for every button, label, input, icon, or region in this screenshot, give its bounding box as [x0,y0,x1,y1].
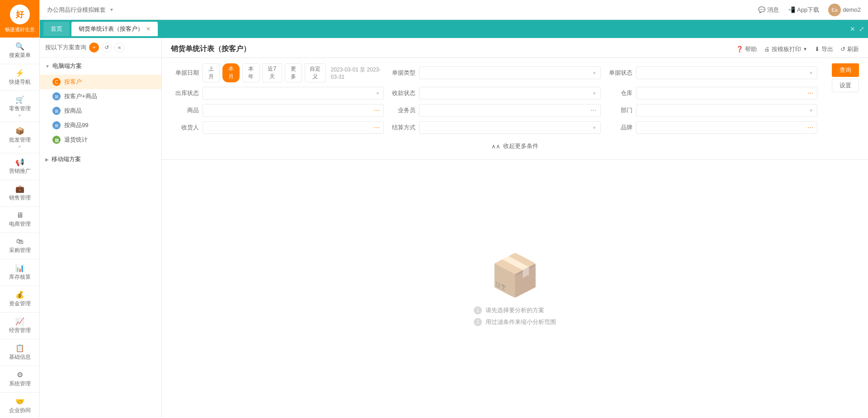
topbar: 办公用品行业模拟账套 ▼ 💬 消息 📲 App下载 Ea demo2 [40,0,868,20]
brand-ellipsis-icon[interactable]: ··· [807,124,813,132]
tab-close-icon[interactable]: ✕ [146,26,151,32]
sidebar-item-enterprise[interactable]: 🤝 企业协同 [0,393,39,418]
sidebar-item-shortcut[interactable]: ⚡ 快捷导航 [0,64,39,91]
btn-last-7-days[interactable]: 近7天 [262,63,282,82]
search-icon: 🔍 [15,42,24,51]
tabbar: 首页 销货单统计表（按客户） ✕ ✕ ⤢ [40,20,868,38]
system-icon: ⚙ [17,370,23,379]
export-label: 导出 [821,45,833,53]
salesperson-select[interactable]: ··· [419,104,600,117]
receipt-status-select[interactable]: ▼ [419,87,600,100]
sidebar-item-wholesale[interactable]: 📦 批发管理 ▲ [0,122,39,153]
sidebar-item-purchase[interactable]: 🛍 采购管理 [0,233,39,259]
avatar: Ea [828,4,841,16]
wholesale-icon: 📦 [15,127,24,135]
filter-receiver: 收货人 ··· [171,121,387,134]
sidebar-item-retail[interactable]: 🛒 零售管理 ▲ [0,91,39,122]
app-download-label: App下载 [797,6,819,14]
filter-section: 单据日期 上月 本月 本年 近7天 更多 自定义 2023-03-01 至 20… [171,63,859,138]
message-btn[interactable]: 💬 消息 [758,6,779,14]
help-btn[interactable]: ❓ 帮助 [736,45,757,53]
settings-button[interactable]: 设置 [832,79,859,92]
sidebar-item-label: 营销推广 [9,167,31,175]
page-title: 销货单统计表（按客户） [171,44,250,54]
refresh-btn[interactable]: ↺ 刷新 [840,45,859,53]
sidebar-item-label: 批发管理 [9,136,31,144]
schema-item-return-stat[interactable]: ▦ 退货统计 [40,133,161,147]
message-label: 消息 [767,6,779,14]
empty-tips: 1 请先选择要分析的方案 2 用过滤条件来缩小分析范围 [474,306,556,326]
sidebar-item-label: 库存核算 [9,273,31,281]
sidebar-item-search[interactable]: 🔍 搜索菜单 [0,38,39,64]
sales-icon: 💼 [15,185,24,193]
window-maximize-icon[interactable]: ⤢ [859,25,864,33]
warehouse-select[interactable]: ··· [636,87,817,100]
collapse-panel-btn[interactable]: « [114,43,124,52]
receiver-ellipsis-icon[interactable]: ··· [374,124,380,132]
department-select[interactable]: ▼ [636,104,817,117]
out-status-select[interactable]: ▼ [203,87,384,100]
btn-last-month[interactable]: 上月 [203,63,220,82]
topbar-right: 💬 消息 📲 App下载 Ea demo2 [758,4,861,16]
sidebar-item-operations[interactable]: 📈 经营管理 [0,313,39,339]
filter-goods: 商品 ··· [171,104,387,117]
salesperson-ellipsis-icon[interactable]: ··· [590,106,596,114]
btn-more[interactable]: 更多 [285,63,302,82]
export-btn[interactable]: ⬇ 导出 [815,45,833,53]
schema-item-label: 按商品99 [64,121,88,129]
sidebar-item-marketing[interactable]: 📢 营销推广 [0,153,39,180]
tab-home[interactable]: 首页 [43,22,70,36]
filter-department: 部门 ▼ [604,104,821,117]
btn-custom[interactable]: 自定义 [305,63,326,82]
action-buttons: 查询 设置 [826,63,859,92]
sidebar-item-basic[interactable]: 📋 基础信息 [0,339,39,366]
receiver-select[interactable]: ··· [203,121,384,134]
doc-type-select[interactable]: ▼ [419,66,600,79]
brand-select[interactable]: ··· [636,121,817,134]
sidebar-item-ecommerce[interactable]: 🖥 电商管理 [0,207,39,233]
collapse-more-btn[interactable]: ∧∧ 收起更多条件 [171,138,859,154]
app-download-btn[interactable]: 📲 App下载 [788,6,819,14]
query-button[interactable]: 查询 [832,63,859,77]
schema-item-by-goods99[interactable]: ⊞ 按商品99 [40,118,161,133]
sidebar-item-label: 企业协同 [9,407,31,414]
settlement-select[interactable]: ▼ [419,121,600,134]
warehouse-label: 仓库 [604,89,636,97]
add-schema-btn[interactable]: + [89,43,99,52]
refresh-schema-btn[interactable]: ↺ [102,43,112,52]
schema-group-desktop: ▼ 电脑端方案 C 按客户 ⊞ 按客户+商品 [40,57,161,151]
empty-state-icon: 📦 [490,252,540,299]
tab-sales-stat[interactable]: 销货单统计表（按客户） ✕ [71,22,158,36]
sidebar-item-label: 资金管理 [9,300,31,308]
salesperson-label: 业务员 [387,106,419,114]
goods-label: 商品 [171,106,203,114]
sidebar-item-system[interactable]: ⚙ 系统管理 [0,366,39,393]
schema-item-by-customer-goods[interactable]: ⊞ 按客户+商品 [40,89,161,104]
schema-item-icon: ⊞ [52,107,61,115]
schema-group-desktop-header[interactable]: ▼ 电脑端方案 [40,59,161,73]
template-print-label: 按模板打印 [772,45,801,53]
filter-doc-status: 单据状态 ▼ [604,63,821,82]
sidebar-item-label: 快捷导航 [9,78,31,86]
warehouse-ellipsis-icon[interactable]: ··· [807,89,813,97]
goods-ellipsis-icon[interactable]: ··· [374,106,380,114]
window-close-icon[interactable]: ✕ [850,25,855,33]
goods-select[interactable]: ··· [203,104,384,117]
sidebar-item-inventory[interactable]: 📊 库存核算 [0,259,39,286]
schema-item-by-customer[interactable]: C 按客户 [40,75,161,89]
page-actions: ❓ 帮助 🖨 按模板打印 ▼ ⬇ 导出 ↺ 刷新 [736,45,859,53]
btn-this-month[interactable]: 本月 [222,63,240,82]
user-info[interactable]: Ea demo2 [828,4,861,16]
sidebar-item-sales[interactable]: 💼 销售管理 [0,180,39,207]
doc-status-select[interactable]: ▼ [636,66,817,79]
panel-header-label: 按以下方案查询 [45,43,86,52]
schema-item-by-goods[interactable]: ⊞ 按商品 [40,104,161,118]
refresh-icon: ↺ [840,46,845,52]
sidebar-item-finance[interactable]: 💰 资金管理 [0,286,39,313]
export-icon: ⬇ [815,46,820,52]
template-print-btn[interactable]: 🖨 按模板打印 ▼ [764,45,807,53]
schema-group-mobile-header[interactable]: ▶ 移动端方案 [40,152,161,166]
left-panel-header: 按以下方案查询 + ↺ « [40,38,161,57]
topbar-dropdown-icon[interactable]: ▼ [109,7,114,12]
btn-this-year[interactable]: 本年 [242,63,259,82]
